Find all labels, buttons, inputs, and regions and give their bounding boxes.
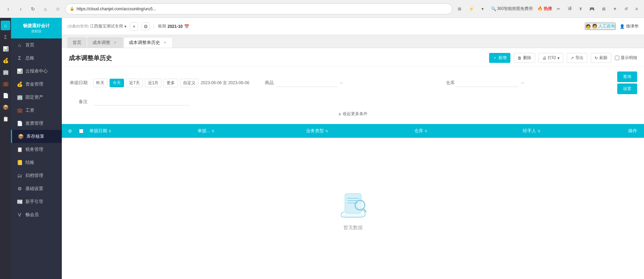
game-btn[interactable]: 🎮 xyxy=(587,5,597,13)
translate-btn[interactable]: 译 xyxy=(565,4,575,13)
select-all-checkbox[interactable] xyxy=(79,129,83,133)
rail-item-home[interactable]: ⌂ xyxy=(1,21,10,30)
table-settings-btn[interactable]: ⚙ xyxy=(65,129,76,134)
sidebar-item-label: 畅会员 xyxy=(25,212,39,218)
sidebar-item-reports[interactable]: 📊 云报表中心 xyxy=(11,65,62,78)
apps-btn[interactable]: ⊞ xyxy=(599,5,608,13)
tab-cost-adjust-history[interactable]: 成本调整单历史 × xyxy=(124,37,173,48)
main-content: (勿删勿禁用) 江西服宝测试专用 ▾ + ⚙ | 账期 2021-10 📅 🧑 … xyxy=(62,18,644,279)
rail-item-box[interactable]: 📦 xyxy=(1,102,10,112)
company-dropdown-icon: ▾ xyxy=(124,24,126,29)
th-handler[interactable]: 经手人 ⇅ xyxy=(520,128,628,134)
sidebar-item-settings[interactable]: ⚙ 基础设置 xyxy=(11,182,62,195)
print-label: 打印 xyxy=(548,55,556,61)
sidebar-item-fixed-assets[interactable]: 🏢 固定资产 xyxy=(11,91,62,104)
sidebar-item-payroll[interactable]: 💼 工资 xyxy=(11,104,62,117)
empty-state: 暂无数据 xyxy=(62,138,644,279)
sidebar-item-vip[interactable]: V 畅会员 xyxy=(11,208,62,221)
goods-input[interactable] xyxy=(276,79,338,87)
th-docno-label: 单据... xyxy=(197,128,210,134)
scissors-btn[interactable]: ✂ xyxy=(554,5,563,13)
user-service-icon: 🧑 xyxy=(586,24,591,29)
goods-more-btn[interactable]: ··· xyxy=(340,80,343,85)
filter-settings-button[interactable]: 设置 xyxy=(617,83,637,94)
dropdown-btn[interactable]: ▾ xyxy=(479,5,486,13)
company-selector[interactable]: (勿删勿禁用) 江西服宝测试专用 ▾ xyxy=(67,23,126,29)
warehouse-more-btn[interactable]: ··· xyxy=(521,80,524,85)
tab-home[interactable]: 首页 xyxy=(67,37,87,48)
star-button[interactable]: ☆ xyxy=(53,4,63,14)
sidebar-item-archive[interactable]: 🗂 归档管理 xyxy=(11,169,62,182)
tab-home-label: 首页 xyxy=(72,40,81,46)
th-docno[interactable]: 单据... ⇅ xyxy=(195,128,303,134)
date-btn-last7[interactable]: 近7天 xyxy=(126,79,143,87)
refresh-button[interactable]: ↻ 刷新 xyxy=(591,53,611,63)
ssl-lock-icon: 🔒 xyxy=(70,7,75,11)
theme-btn[interactable]: ☀ xyxy=(610,5,620,13)
currency-btn[interactable]: ¥ xyxy=(577,5,585,13)
th-date[interactable]: 单据日期 ⇅ xyxy=(87,128,195,134)
home-button[interactable]: ⌂ xyxy=(41,4,50,14)
export-button[interactable]: ↗ 导出 xyxy=(567,53,587,63)
th-warehouse-label: 仓库 xyxy=(414,128,423,134)
address-bar[interactable]: 🔒 https://cloud.chanjet.com/accounting/u… xyxy=(65,3,452,14)
company-settings-btn[interactable]: ⚙ xyxy=(142,22,150,31)
rail-item-building[interactable]: 🏢 xyxy=(1,67,10,77)
query-button[interactable]: 查询 xyxy=(617,71,637,82)
app-container: ⌂ Σ 📊 💰 🏢 💼 📄 📦 📋 畅捷通好会计 旗舰版 ⌂ 首页 Σ 总账 📊 xyxy=(0,18,644,279)
calendar-icon[interactable]: 📅 xyxy=(184,24,189,29)
sidebar-logo: 畅捷通好会计 旗舰版 xyxy=(11,18,62,38)
rail-item-sigma[interactable]: Σ xyxy=(1,32,10,42)
user-avatar-btn[interactable]: 👤 徐泽华 xyxy=(620,23,639,29)
rail-item-doc[interactable]: 📄 xyxy=(1,91,10,100)
rail-item-money[interactable]: 💰 xyxy=(1,56,10,65)
tab-cost-adjust[interactable]: 成本调整 × xyxy=(87,37,123,48)
warehouse-input[interactable] xyxy=(457,79,519,87)
table-select-all[interactable] xyxy=(76,129,87,133)
guide-icon: 📰 xyxy=(16,199,23,204)
sidebar-item-inventory[interactable]: 📦 库存核算 xyxy=(11,130,62,143)
back-button[interactable]: ‹ xyxy=(3,4,13,14)
sidebar-item-ledger[interactable]: Σ 总账 xyxy=(11,52,62,65)
sidebar-item-invoice[interactable]: 📄 发票管理 xyxy=(11,117,62,130)
sidebar-item-tax[interactable]: 📋 税务管理 xyxy=(11,143,62,156)
lightning-btn[interactable]: ⚡ xyxy=(466,5,477,13)
date-btn-custom[interactable]: 自定义 xyxy=(180,79,199,87)
reload-button[interactable]: ↻ xyxy=(28,4,38,14)
th-biztype[interactable]: 业务类型 ⇅ xyxy=(303,128,411,134)
rail-item-chart[interactable]: 📊 xyxy=(1,44,10,54)
delete-label: 删除 xyxy=(523,55,531,61)
rail-item-tax[interactable]: 📋 xyxy=(1,114,10,124)
display-cols-checkbox[interactable] xyxy=(615,56,619,60)
date-btn-today[interactable]: 今天 xyxy=(110,79,124,87)
display-cols-toggle[interactable]: 显示明细 xyxy=(615,55,637,61)
sidebar-item-home[interactable]: ⌂ 首页 xyxy=(11,38,62,52)
search-btn[interactable]: 🔍 360智能抠图免费用 xyxy=(488,4,535,13)
forward-button[interactable]: › xyxy=(16,4,25,14)
grid-icon-btn[interactable]: ⊞ xyxy=(455,5,464,13)
sidebar-item-funds[interactable]: 💰 资金管理 xyxy=(11,78,62,91)
add-button[interactable]: ＋ 新增 xyxy=(489,53,510,63)
table-container: ⚙ 单据日期 ⇅ 单据... ⇅ 业务类型 ⇅ xyxy=(62,124,644,279)
undo-btn[interactable]: ↺ xyxy=(622,5,631,13)
export-icon: ↗ xyxy=(570,56,574,60)
rail-item-briefcase[interactable]: 💼 xyxy=(1,79,10,89)
delete-button[interactable]: 🗑 删除 xyxy=(514,53,535,63)
sidebar-item-closing[interactable]: 📒 结账 xyxy=(11,156,62,169)
date-btn-last-month[interactable]: 近1月 xyxy=(145,79,162,87)
tab-cost-adjust-close[interactable]: × xyxy=(112,40,118,45)
collapse-btn[interactable]: ∧ 收起更多条件 xyxy=(336,109,370,119)
remark-input[interactable] xyxy=(93,98,189,105)
tab-cost-adjust-history-close[interactable]: × xyxy=(162,40,168,45)
date-btn-yesterday[interactable]: 昨天 xyxy=(93,79,108,87)
sidebar-item-guide[interactable]: 📰 新手引导 xyxy=(11,195,62,208)
user-service-btn[interactable]: 🧑 🧑 人工咨询 xyxy=(585,23,615,30)
date-btn-more[interactable]: 更多 xyxy=(163,79,178,87)
print-button[interactable]: 🖨 打印 ▾ xyxy=(539,53,563,63)
divider: | xyxy=(153,24,154,29)
sidebar-item-label: 工资 xyxy=(25,107,34,113)
menu-btn[interactable]: ≡ xyxy=(633,5,641,13)
add-company-btn[interactable]: + xyxy=(130,22,138,31)
th-warehouse[interactable]: 仓库 ⇅ xyxy=(411,128,520,134)
date-range-text: 2023-06-06 至 2023-06-06 xyxy=(201,80,249,86)
